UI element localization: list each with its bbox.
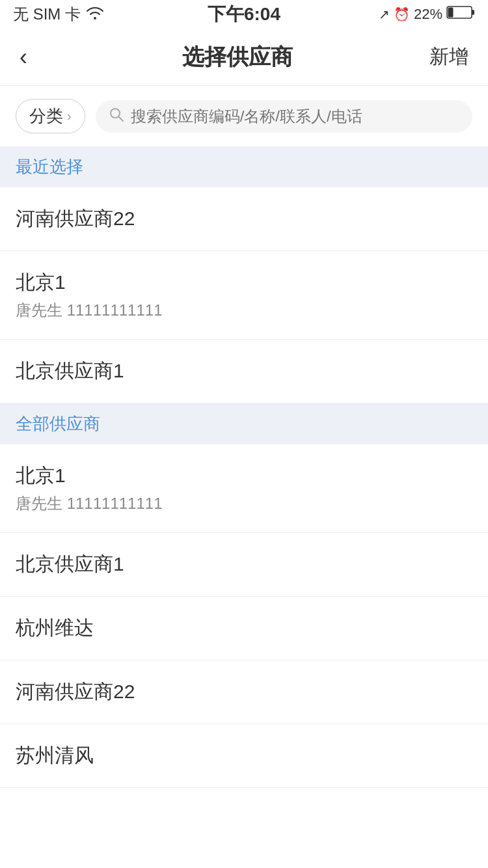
item-name: 北京供应商1 <box>16 551 472 578</box>
item-name: 北京1 <box>16 269 472 296</box>
all-items-list: 北京1唐先生 11111111111北京供应商1杭州维达河南供应商22苏州清风 <box>0 444 488 788</box>
battery-icon <box>446 5 475 23</box>
add-button[interactable]: 新增 <box>416 44 468 70</box>
recent-section-header: 最近选择 <box>0 146 488 187</box>
svg-rect-2 <box>472 10 474 15</box>
category-label: 分类 <box>29 105 63 128</box>
status-right: ↗ ⏰ 22% <box>379 5 475 23</box>
all-list-item[interactable]: 河南供应商22 <box>0 660 488 724</box>
recent-list-item[interactable]: 河南供应商22 <box>0 187 488 251</box>
all-list-item[interactable]: 苏州清风 <box>0 724 488 788</box>
item-sub: 唐先生 11111111111 <box>16 493 472 514</box>
recent-section-label: 最近选择 <box>16 157 83 176</box>
page-title: 选择供应商 <box>182 42 293 72</box>
status-left: 无 SIM 卡 <box>13 4 104 25</box>
nav-bar: ‹ 选择供应商 新增 <box>0 29 488 86</box>
back-button[interactable]: ‹ <box>20 44 59 71</box>
all-section-header: 全部供应商 <box>0 403 488 444</box>
svg-rect-1 <box>448 8 454 18</box>
item-name: 河南供应商22 <box>16 206 472 232</box>
all-list-item[interactable]: 北京供应商1 <box>0 533 488 597</box>
recent-list-item[interactable]: 北京1唐先生 11111111111 <box>0 251 488 340</box>
location-icon: ↗ <box>379 7 390 22</box>
status-time: 下午6:04 <box>208 2 280 27</box>
search-icon <box>109 107 124 126</box>
search-input[interactable] <box>131 107 459 126</box>
all-list-item[interactable]: 北京1唐先生 11111111111 <box>0 444 488 533</box>
alarm-icon: ⏰ <box>394 7 410 22</box>
svg-line-4 <box>118 116 123 121</box>
recent-items-list: 河南供应商22北京1唐先生 11111111111北京供应商1 <box>0 187 488 403</box>
all-list-item[interactable]: 杭州维达 <box>0 597 488 660</box>
category-filter-button[interactable]: 分类 › <box>16 99 85 133</box>
all-section-label: 全部供应商 <box>16 414 100 433</box>
item-name: 北京供应商1 <box>16 358 472 385</box>
item-name: 北京1 <box>16 463 472 489</box>
wifi-icon <box>86 5 104 23</box>
item-name: 杭州维达 <box>16 615 472 642</box>
battery-text: 22% <box>414 6 442 23</box>
carrier-text: 无 SIM 卡 <box>13 4 81 25</box>
search-box <box>96 100 472 133</box>
item-sub: 唐先生 11111111111 <box>16 300 472 321</box>
filter-bar: 分类 › <box>0 86 488 146</box>
item-name: 河南供应商22 <box>16 679 472 705</box>
recent-list-item[interactable]: 北京供应商1 <box>0 340 488 403</box>
chevron-right-icon: › <box>67 109 72 124</box>
status-bar: 无 SIM 卡 下午6:04 ↗ ⏰ 22% <box>0 0 488 29</box>
item-name: 苏州清风 <box>16 742 472 769</box>
